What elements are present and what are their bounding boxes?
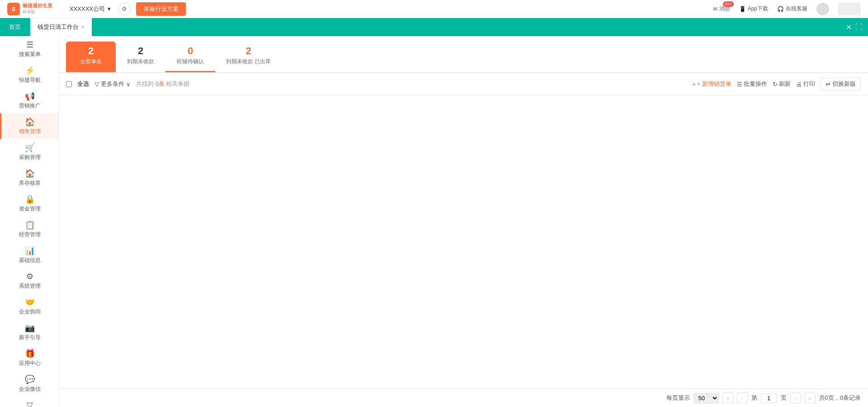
sidebar-item-operations[interactable]: 📋 经营管理 — [0, 216, 58, 242]
enterprise-coop-icon: 🤝 — [25, 298, 35, 306]
sidebar-item-enterprise-wechat[interactable]: 💬 企业微信 — [0, 371, 58, 397]
next-page-icon: › — [794, 395, 796, 402]
enterprise-wechat-icon: 💬 — [25, 375, 35, 384]
sys-manage-icon: ⚙ — [26, 272, 33, 281]
stat-tab-wangpu[interactable]: 0 旺辅待确认 — [165, 42, 215, 72]
user-info[interactable] — [838, 3, 861, 15]
company-name: XXXXXX公司 — [70, 5, 105, 13]
sidebar-label-enterprise-wechat: 企业微信 — [19, 385, 41, 393]
sidebar-item-marketing[interactable]: 📢 营销推广 — [0, 88, 58, 113]
refresh-label: 刷新 — [779, 80, 791, 88]
sidebar-label-quick-nav: 快捷导航 — [19, 76, 41, 84]
stat-tab-overdue[interactable]: 2 到期未收款 — [116, 42, 165, 72]
add-btn-label: + 新增销货单 — [697, 80, 731, 88]
found-suffix: 相关单据 — [166, 80, 189, 87]
more-filters-label: 更多条件 — [101, 80, 124, 88]
avatar[interactable] — [816, 3, 829, 15]
messages-button[interactable]: ✉ 消息 99+ — [713, 5, 730, 13]
switch-label: 切换新版 — [832, 80, 856, 88]
app-download-button[interactable]: 📱 App下载 — [739, 5, 768, 13]
add-sales-order-button[interactable]: + + 新增销货单 — [692, 80, 731, 88]
sidebar-label-finance: 资金管理 — [19, 205, 41, 213]
sidebar-item-inventory[interactable]: 🏠 库存核算 — [0, 165, 58, 191]
expand-icon[interactable]: ⛶ — [855, 23, 863, 31]
sidebar-label-marketing: 营销推广 — [19, 102, 41, 110]
batch-label: 批量操作 — [744, 80, 767, 88]
found-count: 0条 — [156, 80, 165, 87]
tab-cash-work[interactable]: 钱货日清工作台 × — [30, 18, 92, 36]
more-filters-button[interactable]: ▽ 更多条件 ∨ — [94, 80, 131, 88]
refresh-button[interactable]: ↻ 刷新 — [773, 80, 791, 88]
trial-button[interactable]: 体验行业方案 — [136, 2, 186, 16]
nav-tabs-right: ✕ ⛶ — [846, 23, 868, 32]
settings-button[interactable]: ⚙ — [118, 3, 131, 15]
purchase-icon: 🛒 — [25, 144, 35, 152]
nav-tabs: 首页 钱货日清工作台 × ✕ ⛶ — [0, 18, 868, 36]
stat-overdue-unshipped-label: 到期未收款 已出库 — [226, 58, 271, 65]
sidebar-item-sys-manage[interactable]: ⚙ 系统管理 — [0, 268, 58, 294]
toolbar-right: + + 新增销货单 ☰ 批量操作 ↻ 刷新 🖨 打印 ⇌ 切换新版 — [692, 78, 861, 90]
batch-operations-button[interactable]: ☰ 批量操作 — [737, 80, 767, 88]
found-text: 共找到 0条 相关单据 — [136, 80, 189, 88]
sidebar-item-finance[interactable]: 🔒 资金管理 — [0, 191, 58, 216]
last-page-icon: » — [808, 395, 811, 402]
gear-icon: ⚙ — [122, 5, 127, 12]
page-size-select[interactable]: 50 100 200 — [693, 393, 719, 403]
last-page-button[interactable]: » — [805, 393, 816, 403]
basic-info-icon: 📊 — [25, 247, 35, 255]
per-page-label: 每页显示 — [666, 394, 690, 402]
select-all-checkbox[interactable] — [66, 81, 72, 87]
sidebar: ☰ 搜索菜单 ⚡ 快捷导航 📢 营销推广 🏠 销售管理 🛒 采购管理 🏠 库存核… — [0, 36, 59, 407]
prev-page-button[interactable]: ‹ — [737, 393, 748, 403]
sidebar-label-purchase: 采购管理 — [19, 154, 41, 161]
stat-wangpu-number: 0 — [188, 45, 193, 57]
filter-icon: ▽ — [94, 81, 99, 88]
tab-home[interactable]: 首页 — [0, 18, 30, 36]
new-guide-icon: 📷 — [25, 324, 35, 332]
marketing-icon: 📢 — [25, 92, 35, 100]
switch-icon: ⇌ — [826, 81, 830, 88]
sidebar-item-app-center[interactable]: 🎁 应用中心 — [0, 345, 58, 371]
sidebar-item-search-menu[interactable]: ☰ 搜索菜单 — [0, 36, 58, 62]
prev-page-icon: ‹ — [741, 395, 743, 402]
header-right: ✉ 消息 99+ 📱 App下载 🎧 在线客服 — [713, 3, 861, 15]
sidebar-item-purchase[interactable]: 🛒 采购管理 — [0, 139, 58, 165]
sidebar-label-search-menu: 搜索菜单 — [19, 51, 41, 58]
tab-home-label: 首页 — [9, 23, 21, 31]
sidebar-label-sales: 销售管理 — [19, 128, 41, 136]
stat-tab-overdue-unshipped[interactable]: 2 到期未收款 已出库 — [215, 42, 282, 72]
stat-overdue-number: 2 — [138, 45, 143, 57]
download-icon: 📱 — [739, 6, 746, 12]
total-label: 共0页，0条记录 — [819, 394, 861, 402]
close-window-icon[interactable]: ✕ — [846, 23, 852, 32]
table-area — [59, 95, 868, 388]
first-page-icon: « — [726, 395, 729, 402]
app-download-label: App下载 — [748, 5, 768, 13]
close-tab-icon[interactable]: × — [81, 24, 84, 30]
switch-version-button[interactable]: ⇌ 切换新版 — [821, 78, 861, 90]
tab-cash-work-label: 钱货日清工作台 — [38, 23, 79, 31]
app-center-icon: 🎁 — [25, 350, 35, 358]
message-icon: ✉ — [713, 6, 717, 12]
sidebar-item-quick-nav[interactable]: ⚡ 快捷导航 — [0, 62, 58, 88]
current-page-input[interactable] — [761, 393, 777, 403]
service-icon: 🎧 — [777, 6, 784, 12]
sidebar-label-basic-info: 基础信息 — [19, 257, 41, 264]
chevron-down-filter-icon: ∨ — [126, 81, 131, 88]
online-service-button[interactable]: 🎧 在线客服 — [777, 5, 807, 13]
company-selector[interactable]: XXXXXX公司 ▾ — [66, 3, 114, 15]
sidebar-item-basic-info[interactable]: 📊 基础信息 — [0, 242, 58, 268]
vip-icon: ▽ — [27, 401, 33, 407]
next-page-button[interactable]: › — [790, 393, 801, 403]
first-page-button[interactable]: « — [722, 393, 733, 403]
stat-tab-all[interactable]: 2 全部单据 — [66, 42, 116, 72]
print-button[interactable]: 🖨 打印 — [796, 80, 815, 88]
sidebar-item-new-guide[interactable]: 📷 新手引导 — [0, 319, 58, 345]
refresh-icon: ↻ — [773, 81, 778, 88]
stats-tabs: 2 全部单据 2 到期未收款 0 旺辅待确认 2 到期未收款 已出库 — [59, 36, 868, 73]
sidebar-item-vip[interactable]: ▽ 畅会员 — [0, 397, 58, 407]
sidebar-item-enterprise-coop[interactable]: 🤝 企业协同 — [0, 294, 58, 319]
sidebar-item-sales[interactable]: 🏠 销售管理 — [0, 113, 58, 139]
page-suffix: 页 — [781, 394, 787, 402]
found-prefix: 共找到 — [136, 80, 154, 87]
